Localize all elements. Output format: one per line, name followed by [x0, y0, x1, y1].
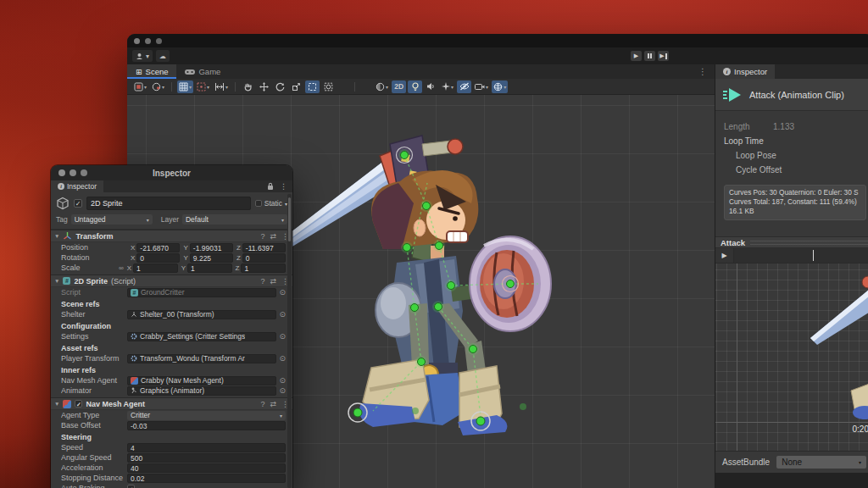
agent-type-dropdown[interactable]: Critter▾ — [127, 411, 286, 420]
object-picker-icon[interactable]: ⊙ — [279, 288, 286, 297]
scale-x-field[interactable]: 1 — [133, 263, 178, 273]
window-titlebar[interactable] — [127, 34, 868, 47]
object-picker-icon[interactable]: ⊙ — [279, 354, 286, 363]
settings-object-field[interactable]: Crabby_Settings (Critter Settings — [127, 332, 276, 341]
floating-titlebar[interactable]: Inspector — [51, 165, 292, 180]
tool-transform-button[interactable] — [321, 80, 336, 93]
foldout-arrow-icon[interactable]: ▼ — [54, 233, 59, 239]
scrollbar-thumb[interactable] — [288, 197, 291, 241]
transform-component-header[interactable]: ▼ Transform ?⇄⋮ — [51, 230, 292, 242]
assetbundle-dropdown[interactable]: None ▾ — [776, 456, 866, 469]
tag-dropdown[interactable]: Untagged▾ — [71, 214, 153, 225]
gameobject-name-field[interactable]: 2D Sprite — [86, 197, 251, 210]
active-checkbox[interactable]: ✓ — [74, 199, 82, 208]
cycle-offset-row[interactable]: Cycle Offset — [724, 163, 866, 177]
tab-scene[interactable]: ⊞ Scene — [127, 64, 176, 79]
scene-camera-dropdown[interactable]: ▾ — [473, 80, 490, 93]
render-doc-dropdown[interactable]: ▾ — [374, 80, 390, 93]
layer-dropdown[interactable]: Default▾ — [182, 214, 287, 225]
angular-speed-field[interactable]: 500 — [127, 453, 286, 463]
foldout-arrow-icon[interactable]: ▼ — [54, 278, 59, 284]
scale-y-field[interactable]: 1 — [187, 263, 232, 273]
preview-timeline[interactable] — [734, 248, 868, 263]
tab-inspector[interactable]: i Inspector — [51, 180, 103, 192]
close-window-button[interactable] — [134, 38, 140, 44]
help-icon[interactable]: ? — [260, 400, 264, 408]
tabbar-menu-button[interactable]: ⋮ — [698, 67, 707, 76]
preview-viewport[interactable]: 0:20 — [715, 263, 868, 451]
play-button[interactable]: ▶ — [631, 51, 642, 61]
static-control[interactable]: ✓ Static ▾ — [255, 199, 287, 208]
animator-object-field[interactable]: Graphics (Animator) — [127, 386, 276, 396]
rotation-x-field[interactable]: 0 — [136, 253, 180, 263]
component-enabled-checkbox[interactable]: ✓ — [75, 400, 82, 408]
knight-sprite[interactable] — [246, 120, 585, 476]
rotation-z-field[interactable]: 0 — [242, 253, 286, 263]
zoom-window-button[interactable] — [156, 38, 162, 44]
static-checkbox[interactable]: ✓ — [255, 200, 262, 207]
stopping-distance-field[interactable]: 0.02 — [127, 474, 286, 483]
object-picker-icon[interactable]: ⊙ — [279, 310, 286, 319]
preview-header[interactable]: Attack — [715, 236, 868, 248]
acceleration-field[interactable]: 40 — [127, 463, 286, 473]
loop-time-row[interactable]: Loop Time — [724, 134, 866, 148]
panel-menu-button[interactable]: ⋮ — [280, 182, 287, 191]
player-transform-object-field[interactable]: Transform_Wondu (Transform Ar — [127, 354, 276, 363]
cloud-services-button[interactable]: ☁ — [156, 50, 170, 62]
tool-move-button[interactable] — [257, 80, 271, 93]
lock-icon[interactable] — [267, 182, 274, 191]
speed-field[interactable]: 4 — [127, 443, 286, 452]
navmesh-component-header[interactable]: ▼ ✓ Nav Mesh Agent ?⇄⋮ — [51, 397, 292, 410]
shelter-object-field[interactable]: Shelter_00 (Transform) — [127, 310, 276, 319]
object-picker-icon[interactable]: ⊙ — [279, 386, 286, 395]
base-offset-field[interactable]: -0.03 — [127, 421, 286, 430]
grid-visibility-toggle[interactable]: ▾ — [177, 80, 193, 93]
draw-mode-dropdown[interactable]: ▾ — [132, 80, 148, 93]
close-window-button[interactable] — [58, 169, 65, 176]
navmesh-object-field[interactable]: Crabby (Nav Mesh Agent) — [127, 376, 276, 385]
preview-play-button[interactable]: ▶ — [715, 248, 734, 263]
tab-inspector[interactable]: i Inspector — [715, 64, 775, 79]
tool-hand-button[interactable] — [241, 80, 255, 93]
link-scale-icon[interactable]: ∞ — [119, 264, 124, 272]
auto-braking-checkbox[interactable]: ✓ — [127, 485, 135, 488]
script-object-field[interactable]: # GroundCritter — [127, 288, 276, 297]
tab-game[interactable]: Game — [176, 64, 229, 79]
help-icon[interactable]: ? — [260, 232, 264, 241]
hidden-objects-toggle[interactable] — [457, 80, 471, 93]
minimize-window-button[interactable] — [70, 169, 76, 176]
drag-handle[interactable] — [750, 241, 868, 245]
position-y-field[interactable]: -1.99031 — [190, 243, 233, 252]
grid-snap-dropdown[interactable]: ▾ — [213, 80, 230, 93]
presets-icon[interactable]: ⇄ — [270, 400, 276, 408]
rotation-y-field[interactable]: 9.225 — [190, 253, 233, 263]
foldout-arrow-icon[interactable]: ▼ — [54, 401, 59, 407]
scale-z-field[interactable]: 1 — [241, 263, 286, 273]
presets-icon[interactable]: ⇄ — [270, 277, 276, 286]
pause-button[interactable] — [644, 51, 655, 61]
account-button[interactable]: ▾ — [132, 50, 153, 62]
scene-gizmo-dropdown[interactable]: ▾ — [492, 80, 508, 93]
help-icon[interactable]: ? — [260, 277, 264, 286]
object-picker-icon[interactable]: ⊙ — [279, 376, 286, 385]
zoom-window-button[interactable] — [81, 169, 87, 176]
loop-pose-row[interactable]: Loop Pose — [724, 148, 866, 163]
gizmo-view-dropdown[interactable]: ▾ — [150, 80, 166, 93]
playhead[interactable] — [813, 250, 814, 261]
script-component-header[interactable]: ▼ # 2D Sprite (Script) ?⇄⋮ — [51, 274, 292, 287]
position-z-field[interactable]: -11.6397 — [242, 243, 286, 252]
tool-rect-button[interactable] — [305, 80, 320, 93]
gameobject-cube-icon[interactable] — [56, 197, 70, 210]
minimize-window-button[interactable] — [145, 38, 151, 44]
snap-settings-dropdown[interactable]: ▾ — [195, 80, 211, 93]
object-picker-icon[interactable]: ⊙ — [279, 332, 286, 341]
scene-lighting-toggle[interactable] — [408, 80, 422, 93]
presets-icon[interactable]: ⇄ — [270, 232, 276, 241]
mode-2d-toggle[interactable]: 2D — [392, 80, 406, 93]
effects-dropdown[interactable]: ▾ — [440, 80, 455, 93]
tool-scale-button[interactable] — [289, 80, 303, 93]
step-button[interactable]: ▶ — [658, 51, 669, 61]
scene-audio-toggle[interactable] — [424, 80, 438, 93]
scrollbar[interactable] — [287, 194, 292, 488]
position-x-field[interactable]: -21.6870 — [136, 243, 180, 252]
